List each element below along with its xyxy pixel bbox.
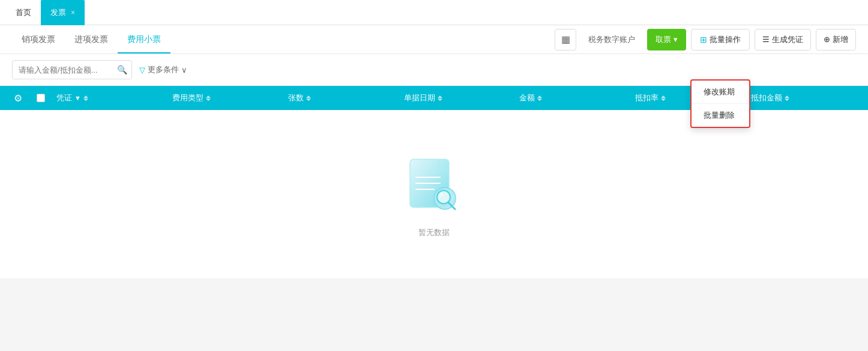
th-count-label: 张数 <box>288 93 304 103</box>
th-voucher-filter-icon[interactable]: ▼ <box>74 94 81 102</box>
empty-state: 暂无数据 <box>0 110 868 278</box>
invoice-tab-close[interactable]: × <box>71 8 75 17</box>
empty-illustration <box>398 150 470 222</box>
th-voucher-label: 凭证 <box>56 93 72 103</box>
th-amount: 金额 <box>514 93 630 103</box>
invoice-tab-label: 发票 <box>50 7 66 18</box>
batch-dropdown-menu: 修改账期 批量删除 <box>690 79 750 128</box>
tax-account-button[interactable]: 税务数字账户 <box>581 29 642 50</box>
search-input[interactable] <box>12 60 132 79</box>
tab-sales[interactable]: 销项发票 <box>12 25 65 53</box>
toolbar-actions: ▦ 税务数字账户 取票 ▾ ⊞ 批量操作 ☰ 生成凭证 ⊕ 新增 <box>555 29 856 50</box>
invoice-tab[interactable]: 发票 × <box>41 0 85 25</box>
empty-text: 暂无数据 <box>418 227 450 238</box>
th-date: 单据日期 <box>399 93 515 103</box>
th-count: 张数 <box>283 93 399 103</box>
voucher-icon: ☰ <box>762 35 770 44</box>
main-content: 暂无数据 <box>0 110 868 278</box>
th-deduct-rate-label: 抵扣率 <box>635 93 659 103</box>
toolbar: 销项发票 进项发票 费用小票 ▦ 税务数字账户 取票 ▾ ⊞ 批量操作 ☰ 生成… <box>0 25 868 54</box>
add-icon: ⊕ <box>824 35 830 44</box>
th-deduct-rate-sort[interactable] <box>661 96 666 101</box>
select-all-checkbox[interactable] <box>37 94 45 102</box>
more-conditions-arrow: ∨ <box>181 66 187 75</box>
generate-voucher-button[interactable]: ☰ 生成凭证 <box>755 29 811 50</box>
take-ticket-arrow: ▾ <box>674 35 678 44</box>
batch-operation-button[interactable]: ⊞ 批量操作 <box>691 29 750 50</box>
search-icon[interactable]: 🔍 <box>117 65 127 75</box>
th-date-label: 单据日期 <box>404 93 435 103</box>
home-link[interactable]: 首页 <box>6 0 41 25</box>
more-conditions-button[interactable]: ▽ 更多条件 ∨ <box>139 64 187 75</box>
th-expense-type: 费用类型 <box>167 93 283 103</box>
th-select-all[interactable] <box>30 94 52 102</box>
th-deduct-amount-sort[interactable] <box>785 96 789 101</box>
search-input-wrap: 🔍 <box>12 60 132 79</box>
svg-point-7 <box>439 193 443 197</box>
qr-icon: ▦ <box>561 34 570 45</box>
tab-expense[interactable]: 费用小票 <box>118 25 170 53</box>
batch-label: 批量操作 <box>710 34 741 45</box>
add-label: 新增 <box>833 34 848 45</box>
settings-icon: ⚙ <box>14 93 22 104</box>
th-expense-type-label: 费用类型 <box>172 93 203 103</box>
filter-icon: ▽ <box>139 66 145 75</box>
tab-purchase[interactable]: 进项发票 <box>65 25 118 53</box>
th-settings[interactable]: ⚙ <box>6 93 30 104</box>
th-amount-label: 金额 <box>519 93 535 103</box>
toolbar-tabs: 销项发票 进项发票 费用小票 <box>12 25 170 53</box>
batch-icon: ⊞ <box>700 35 707 44</box>
take-ticket-button[interactable]: 取票 ▾ <box>647 29 686 50</box>
modify-period-item[interactable]: 修改账期 <box>692 81 749 103</box>
th-voucher-sort[interactable] <box>83 96 88 101</box>
batch-delete-item[interactable]: 批量删除 <box>692 104 749 127</box>
top-nav: 首页 发票 × <box>0 0 868 25</box>
th-expense-type-sort[interactable] <box>206 96 211 101</box>
th-deduct-amount-label: 抵扣金额 <box>751 93 782 103</box>
voucher-label: 生成凭证 <box>772 34 803 45</box>
th-count-sort[interactable] <box>306 96 311 101</box>
th-date-sort[interactable] <box>438 96 442 101</box>
more-conditions-label: 更多条件 <box>148 64 179 75</box>
qr-button[interactable]: ▦ <box>555 29 576 50</box>
th-deduct-amount: 抵扣金额 <box>746 93 862 103</box>
th-voucher: 凭证 ▼ <box>52 93 167 103</box>
take-ticket-label: 取票 <box>656 34 671 45</box>
th-amount-sort[interactable] <box>537 96 542 101</box>
add-new-button[interactable]: ⊕ 新增 <box>816 29 856 50</box>
